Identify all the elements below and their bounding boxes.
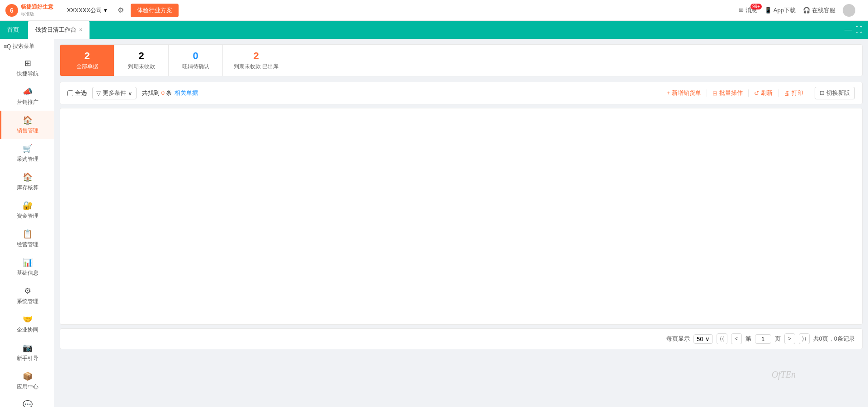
stats-tab-all[interactable]: 2 全部单据 — [60, 45, 114, 76]
batch-op-button[interactable]: ⊞ 批量操作 — [712, 89, 743, 97]
sidebar-item-label: 应用中心 — [17, 383, 38, 391]
stats-desc-all: 全部单据 — [71, 63, 103, 70]
finance-icon: 🔐 — [23, 201, 33, 211]
found-unit: 条 — [166, 89, 172, 96]
filter-icon: ▽ — [96, 90, 101, 97]
sidebar-item-label: 快捷导航 — [17, 70, 38, 78]
switch-label: 切换新版 — [826, 89, 850, 96]
select-all-input[interactable] — [67, 90, 73, 96]
select-all-checkbox[interactable]: 全选 — [67, 89, 87, 97]
page-label: 第 — [745, 335, 751, 343]
app-download-action[interactable]: 📱 App下载 — [764, 6, 796, 14]
trial-button[interactable]: 体验行业方案 — [131, 4, 179, 17]
sidebar-item-label: 库存核算 — [17, 184, 38, 192]
print-label: 打印 — [792, 89, 803, 97]
stats-count-shipped: 2 — [234, 50, 278, 62]
messages-badge: 99+ — [750, 4, 762, 9]
sidebar-item-label: 销售管理 — [17, 127, 38, 135]
next-page-button[interactable]: > — [784, 333, 795, 344]
prev-page-button[interactable]: < — [731, 333, 742, 344]
logo-text: 畅捷通好生意 标准版 — [21, 4, 53, 17]
refresh-icon: ↺ — [754, 90, 759, 97]
sidebar-item-inventory[interactable]: 🏠 库存核算 — [0, 168, 54, 196]
tab-workbench[interactable]: 钱货日清工作台 × — [28, 21, 90, 39]
content-area: 2 全部单据 2 到期未收款 0 旺辅待确认 2 到期未收款 已出库 全选 — [54, 39, 868, 407]
cooperation-icon: 🤝 — [23, 314, 33, 324]
empty-state — [60, 108, 862, 324]
found-text: 共找到 0 条 相关单据 — [142, 89, 198, 97]
sidebar-search[interactable]: ≡Q 搜索菜单 — [0, 39, 54, 54]
stats-desc-pending: 旺辅待确认 — [179, 63, 212, 70]
page-input[interactable] — [755, 334, 771, 344]
app-download-label: App下载 — [774, 6, 796, 14]
gear-icon: ⚙ — [118, 6, 124, 14]
toolbar: 全选 ▽ 更多条件 ∨ 共找到 0 条 相关单据 + 新增销货单 ⊞ — [60, 82, 863, 104]
sidebar-item-wechat[interactable]: 💬 企业微信 — [0, 395, 54, 407]
sidebar-item-label: 基础信息 — [17, 269, 38, 277]
search-icon: ≡Q — [4, 43, 11, 50]
page-size-select[interactable]: 50 ∨ — [693, 334, 712, 344]
pagination-bar: 每页显示 50 ∨ ⟨⟨ < 第 页 > ⟩⟩ 共0页，0条记录 — [60, 328, 863, 349]
settings-icon-btn[interactable]: ⚙ — [114, 4, 127, 17]
sidebar-item-marketing[interactable]: 📣 营销推广 — [0, 82, 54, 111]
divider — [778, 89, 778, 97]
filter-button[interactable]: ▽ 更多条件 ∨ — [92, 87, 137, 99]
messages-action[interactable]: ✉ 消息 99+ — [739, 6, 757, 14]
header-right: ✉ 消息 99+ 📱 App下载 🎧 在线客服 — [739, 4, 863, 17]
refresh-label: 刷新 — [761, 89, 773, 97]
switch-new-version-button[interactable]: ⊡ 切换新版 — [815, 87, 855, 99]
user-avatar[interactable] — [843, 4, 855, 17]
sidebar-item-system[interactable]: ⚙ 系统管理 — [0, 281, 54, 310]
tab-home[interactable]: 首页 — [0, 21, 26, 39]
per-page-label: 每页显示 — [666, 335, 690, 343]
company-selector[interactable]: XXXXXX公司 ▾ — [63, 5, 111, 16]
sidebar-item-label: 营销推广 — [17, 98, 38, 106]
tab-close-icon[interactable]: × — [79, 27, 82, 33]
download-icon: 📱 — [764, 7, 772, 14]
divider — [809, 89, 809, 97]
sidebar-item-guide[interactable]: 📷 新手引导 — [0, 338, 54, 367]
new-sales-button[interactable]: + 新增销货单 — [667, 89, 701, 97]
logo-area: 6 畅捷通好生意 标准版 — [5, 4, 60, 17]
stats-tab-pending[interactable]: 0 旺辅待确认 — [169, 45, 223, 76]
tab-workbench-label: 钱货日清工作台 — [35, 26, 76, 34]
sidebar-item-label: 新手引导 — [17, 355, 38, 362]
stats-tabs: 2 全部单据 2 到期未收款 0 旺辅待确认 2 到期未收款 已出库 — [60, 44, 863, 76]
stats-tab-shipped[interactable]: 2 到期未收款 已出库 — [223, 45, 289, 76]
last-page-button[interactable]: ⟩⟩ — [799, 333, 810, 344]
refresh-button[interactable]: ↺ 刷新 — [754, 89, 773, 97]
sidebar-item-basic-info[interactable]: 📊 基础信息 — [0, 253, 54, 281]
sidebar-item-finance[interactable]: 🔐 资金管理 — [0, 196, 54, 225]
stats-count-overdue: 2 — [125, 50, 157, 62]
divider — [707, 89, 707, 97]
purchase-icon: 🛒 — [23, 144, 33, 154]
print-button[interactable]: 🖨 打印 — [784, 89, 803, 97]
operations-icon: 📋 — [23, 229, 33, 239]
page-size-chevron: ∨ — [705, 336, 710, 342]
tab-maximize-icon[interactable]: ⛶ — [855, 26, 863, 34]
logo-icon: 6 — [5, 4, 18, 17]
guide-icon: 📷 — [23, 343, 33, 353]
sidebar-search-label: 搜索菜单 — [13, 42, 34, 50]
sidebar-item-app-center[interactable]: 📦 应用中心 — [0, 367, 54, 395]
app-center-icon: 📦 — [23, 371, 33, 381]
sidebar-item-quick-nav[interactable]: ⊞ 快捷导航 — [0, 54, 54, 82]
sidebar-item-sales[interactable]: 🏠 销售管理 — [0, 111, 54, 139]
batch-icon: ⊞ — [712, 90, 717, 97]
sidebar-item-operations[interactable]: 📋 经营管理 — [0, 225, 54, 253]
quick-nav-icon: ⊞ — [24, 58, 31, 68]
table-area — [60, 108, 863, 325]
sidebar-item-purchase[interactable]: 🛒 采购管理 — [0, 139, 54, 168]
page-total: 共0页，0条记录 — [813, 335, 855, 343]
tab-minimize-icon[interactable]: — — [844, 26, 852, 34]
message-icon: ✉ — [739, 7, 744, 14]
header-left: 6 畅捷通好生意 标准版 XXXXXX公司 ▾ ⚙ 体验行业方案 — [5, 4, 179, 17]
sidebar-item-cooperation[interactable]: 🤝 企业协同 — [0, 310, 54, 338]
sales-icon: 🏠 — [23, 115, 33, 125]
system-icon: ⚙ — [24, 286, 31, 296]
online-service-action[interactable]: 🎧 在线客服 — [803, 6, 835, 14]
logo-main: 畅捷通好生意 — [21, 4, 53, 11]
first-page-button[interactable]: ⟨⟨ — [717, 333, 727, 344]
found-link[interactable]: 相关单据 — [175, 89, 198, 96]
stats-tab-overdue[interactable]: 2 到期未收款 — [114, 45, 169, 76]
